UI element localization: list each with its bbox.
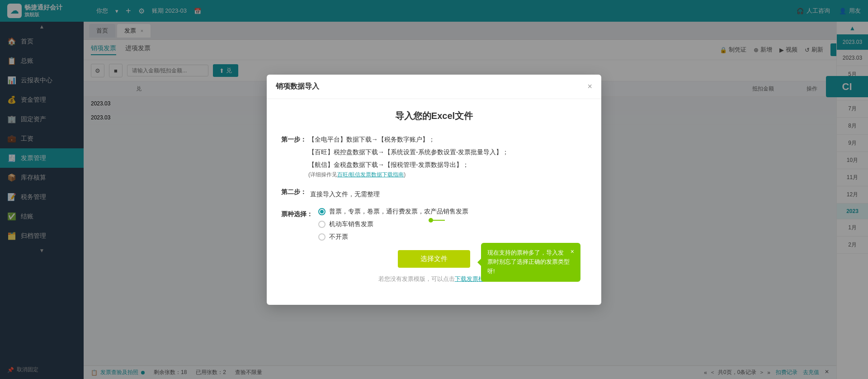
modal-main-title: 导入您的Excel文件 <box>281 110 587 122</box>
step1-section: 第一步： 【全电平台】数据下载→【税务数字账户】； 【百旺】税控盘数据下载→【系… <box>281 133 587 179</box>
step1-label: 第一步： <box>281 136 307 143</box>
step1-link-wrap: (详细操作见百旺/航信发票数据下载指南) <box>281 171 406 178</box>
radio-normal[interactable]: 普票，专票，卷票，通行费发票，农产品销售发票 <box>318 208 468 216</box>
step1-link-prefix: (详细操作见 <box>308 171 337 178</box>
tooltip-box: × 现在支持的票种多了，导入发票时别忘了选择正确的发票类型呀! <box>481 243 580 282</box>
ticket-section: 票种选择： 普票，专票，卷票，通行费发票，农产品销售发票 机动车销售发票 <box>281 208 587 241</box>
step1-indent: 【百旺】税控盘数据下载→【系统设置-系统参数设置-发票批量导入】； <box>281 148 509 156</box>
radio-normal-label: 普票，专票，卷票，通行费发票，农产品销售发票 <box>329 208 468 216</box>
radio-circle-normal <box>318 208 326 215</box>
tooltip-line <box>430 220 445 221</box>
tooltip-text: 现在支持的票种多了，导入发票时别忘了选择正确的发票类型呀! <box>487 249 570 275</box>
step2-content: 直接导入文件，无需整理 <box>310 188 380 200</box>
radio-circle-noticket <box>318 233 326 241</box>
tooltip-close-btn[interactable]: × <box>571 248 574 255</box>
select-file-button[interactable]: 选择文件 <box>398 250 470 268</box>
step1-guide-link[interactable]: 百旺/航信发票数据下载指南 <box>337 171 404 178</box>
ticket-label: 票种选择： <box>281 208 313 220</box>
modal-body: 导入您的Excel文件 第一步： 【全电平台】数据下载→【税务数字账户】； 【百… <box>267 99 601 305</box>
modal-close-button[interactable]: × <box>587 82 592 90</box>
radio-motor-label: 机动车销售发票 <box>329 220 373 228</box>
step2-section: 第二步： 直接导入文件，无需整理 <box>281 188 587 200</box>
radio-circle-motor <box>318 221 326 228</box>
footer-note-prefix: 若您没有发票模版，可以点击 <box>378 275 455 282</box>
radio-noticket-label: 不开票 <box>329 233 348 241</box>
import-modal: 销项数据导入 × 导入您的Excel文件 第一步： 【全电平台】数据下载→【税务… <box>267 75 601 305</box>
modal-header: 销项数据导入 × <box>267 75 601 99</box>
radio-group: 普票，专票，卷票，通行费发票，农产品销售发票 机动车销售发票 × 现在支持的票种… <box>318 208 468 241</box>
step1-line3: 【航信】金税盘数据下载→【报税管理-发票数据导出】； <box>281 161 469 168</box>
modal-title: 销项数据导入 <box>276 82 319 91</box>
radio-noticket[interactable]: 不开票 <box>318 233 468 241</box>
radio-motor[interactable]: 机动车销售发票 × 现在支持的票种多了，导入发票时别忘了选择正确的发票类型呀! <box>318 220 468 228</box>
modal-overlay: 销项数据导入 × 导入您的Excel文件 第一步： 【全电平台】数据下载→【税务… <box>0 0 868 379</box>
step2-label: 第二步： <box>281 188 307 196</box>
step1-line1: 【全电平台】数据下载→【税务数字账户】； <box>308 136 435 143</box>
